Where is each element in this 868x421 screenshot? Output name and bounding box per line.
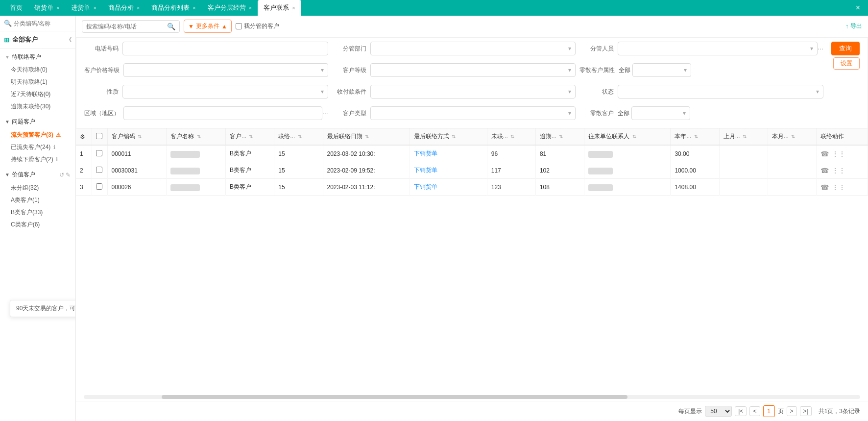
query-button[interactable]: 查询 xyxy=(831,42,860,55)
th-gear[interactable]: ⚙ xyxy=(76,128,92,145)
th-last-month[interactable]: 上月... ⇅ xyxy=(719,128,768,145)
sidebar-item-declining[interactable]: 持续下滑客户(2) ℹ xyxy=(0,153,75,166)
filter-panel: 电话号码 分管部门 ▾ 分管人员 xyxy=(76,37,868,128)
tab-home[interactable]: 首页 xyxy=(4,0,28,16)
cell-checkbox[interactable] xyxy=(92,145,107,162)
cell-last-month xyxy=(719,162,768,179)
row-checkbox-0[interactable] xyxy=(96,150,102,156)
tab-close-purchase[interactable]: × xyxy=(93,5,96,11)
sidebar-root[interactable]: ⊞ 全部客户 《 xyxy=(0,31,75,49)
last-page-btn[interactable]: >| xyxy=(800,406,812,416)
payment-select[interactable]: ▾ xyxy=(370,85,576,99)
sidebar-group-problem-title[interactable]: ▼ 问题客户 xyxy=(0,115,75,129)
th-type[interactable]: 客户... ⇅ xyxy=(226,128,274,145)
row-checkbox-1[interactable] xyxy=(96,167,102,173)
th-last-date[interactable]: 最后联络日期 ⇅ xyxy=(323,128,410,145)
tab-close-customer-tier[interactable]: × xyxy=(249,5,252,11)
sort-icon-overdue: ⇅ xyxy=(559,134,563,139)
gender-select[interactable]: ▾ xyxy=(122,85,328,99)
search-input[interactable] xyxy=(86,23,167,30)
cell-checkbox[interactable] xyxy=(92,179,107,196)
row-checkbox-2[interactable] xyxy=(96,183,102,190)
th-this-year[interactable]: 本年... ⇅ xyxy=(671,128,719,145)
next-page-btn[interactable]: > xyxy=(787,406,797,416)
sidebar-group-pending-title[interactable]: ▼ 待联络客户 xyxy=(0,50,75,64)
tab-customer-contact[interactable]: 客户联系 × xyxy=(258,0,301,16)
my-customers-check[interactable]: 我分管的客户 xyxy=(236,22,279,30)
tab-sales[interactable]: 销货单 × xyxy=(28,0,65,16)
prev-page-btn[interactable]: < xyxy=(749,406,760,416)
cell-last-method: 下销货单 xyxy=(410,162,487,179)
customer-level-arrow-icon: ▾ xyxy=(568,67,571,74)
action-phone-icon-0[interactable]: ☎ xyxy=(820,150,829,158)
sidebar-item-a-class[interactable]: A类客户(1) xyxy=(0,194,75,206)
tab-close-sales[interactable]: × xyxy=(56,5,59,11)
sidebar-item-overdue[interactable]: 逾期未联络(30) xyxy=(0,100,75,113)
person-arrow-icon: ▾ xyxy=(810,45,813,52)
close-all-tabs[interactable]: × xyxy=(852,3,864,12)
last-method-link-0[interactable]: 下销货单 xyxy=(414,150,437,157)
th-name[interactable]: 客户名称 ⇅ xyxy=(167,128,226,145)
select-all-checkbox[interactable] xyxy=(96,133,102,139)
region-more-icon[interactable]: ··· xyxy=(322,109,328,117)
zero-customer-select[interactable]: ▾ xyxy=(631,106,690,120)
cell-checkbox[interactable] xyxy=(92,162,107,179)
scroll-thumb[interactable] xyxy=(162,395,627,399)
sidebar-item-churn-warning[interactable]: 流失预警客户(3) ⚠ xyxy=(0,129,75,141)
th-code[interactable]: 客户编码 ⇅ xyxy=(107,128,167,145)
th-uncontacted[interactable]: 未联... ⇅ xyxy=(487,128,535,145)
phone-input[interactable] xyxy=(122,42,328,55)
export-btn[interactable]: ↑ 导出 xyxy=(845,22,862,30)
sidebar-item-today[interactable]: 今天待联络(0) xyxy=(0,64,75,76)
dept-select[interactable]: ▾ xyxy=(370,42,576,55)
horizontal-scrollbar[interactable] xyxy=(84,395,860,399)
tab-close-product-analysis[interactable]: × xyxy=(137,5,140,11)
region-select[interactable] xyxy=(123,106,322,120)
th-contact-person[interactable]: 往来单位联系人 ⇅ xyxy=(584,128,671,145)
action-more-icon-0[interactable]: ⋮⋮ xyxy=(832,150,845,158)
zero-attr-select[interactable]: ▾ xyxy=(632,63,691,77)
settings-button[interactable]: 设置 xyxy=(833,57,860,70)
last-method-link-1[interactable]: 下销货单 xyxy=(414,167,437,173)
action-more-icon-2[interactable]: ⋮⋮ xyxy=(832,183,845,191)
price-level-select[interactable]: ▾ xyxy=(123,63,328,77)
tab-customer-tier[interactable]: 客户分层经营 × xyxy=(202,0,258,16)
collapse-icon[interactable]: 《 xyxy=(66,36,72,44)
first-page-btn[interactable]: |< xyxy=(735,406,747,416)
customer-type-select[interactable]: ▾ xyxy=(370,106,576,120)
status-select[interactable]: ▾ xyxy=(618,85,823,99)
sidebar-item-churned[interactable]: 已流失客户(24) ℹ xyxy=(0,141,75,153)
th-this-month[interactable]: 本月... ⇅ xyxy=(768,128,816,145)
action-more-icon-1[interactable]: ⋮⋮ xyxy=(832,167,845,174)
last-method-link-2[interactable]: 下销货单 xyxy=(414,183,437,190)
sidebar-item-tomorrow[interactable]: 明天待联络(1) xyxy=(0,76,75,88)
th-contact[interactable]: 联络... ⇅ xyxy=(274,128,323,145)
per-page-select[interactable]: 50 20 100 xyxy=(705,406,732,417)
person-select[interactable]: ▾ xyxy=(618,42,818,55)
filter-person: 分管人员 ▾ ··· xyxy=(579,42,823,55)
sidebar-group-value-title[interactable]: ▼ 价值客户 ↺ ✎ xyxy=(0,168,75,182)
sidebar-item-c-class[interactable]: C类客户(6) xyxy=(0,219,75,231)
th-overdue[interactable]: 逾期... ⇅ xyxy=(535,128,584,145)
sidebar-item-b-class[interactable]: B类客户(33) xyxy=(0,206,75,219)
sidebar-item-ungrouped[interactable]: 未分组(32) xyxy=(0,182,75,194)
page-1[interactable]: 1 xyxy=(763,405,775,417)
tab-product-analysis[interactable]: 商品分析 × xyxy=(102,0,145,16)
sidebar-search-input[interactable] xyxy=(14,20,72,27)
my-customers-checkbox[interactable] xyxy=(236,23,242,29)
sidebar: 🔍 ⊞ 全部客户 《 ▼ 待联络客户 今天待联络(0) 明天待联络(1) 近7天… xyxy=(0,16,76,421)
search-button[interactable]: 🔍 xyxy=(167,23,175,30)
tab-close-product-list[interactable]: × xyxy=(193,5,195,11)
gear-icon[interactable]: ⚙ xyxy=(80,133,85,140)
action-phone-icon-1[interactable]: ☎ xyxy=(820,167,829,174)
th-last-method[interactable]: 最后联络方式 ⇅ xyxy=(410,128,487,145)
th-checkbox[interactable] xyxy=(92,128,107,145)
sidebar-item-7days[interactable]: 近7天待联络(0) xyxy=(0,88,75,100)
tab-close-customer-contact[interactable]: × xyxy=(292,5,295,11)
customer-level-select[interactable]: ▾ xyxy=(370,63,576,77)
person-more-icon[interactable]: ··· xyxy=(818,45,823,52)
more-conditions-btn[interactable]: ▼ 更多条件 ▲ xyxy=(184,20,232,33)
tab-purchase[interactable]: 进货单 × xyxy=(65,0,102,16)
tab-product-analysis-list[interactable]: 商品分析列表 × xyxy=(145,0,201,16)
action-phone-icon-2[interactable]: ☎ xyxy=(820,183,829,191)
